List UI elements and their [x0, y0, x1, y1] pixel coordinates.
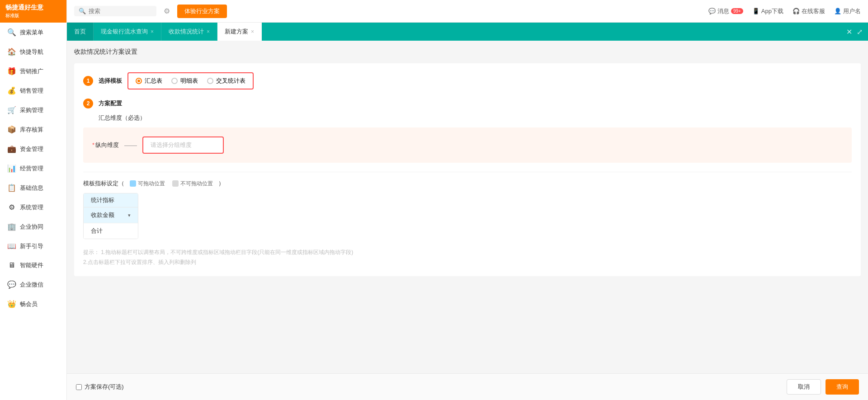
radio-detail[interactable]: 明细表 — [171, 77, 198, 85]
sidebar-item-label: 销售管理 — [20, 87, 43, 95]
query-button[interactable]: 查询 — [826, 379, 859, 395]
drag-dot-gray — [172, 180, 179, 187]
sidebar-item-member[interactable]: 👑 畅会员 — [0, 294, 66, 314]
settings-section: 1 选择模板 汇总表 明细表 — [74, 63, 861, 276]
metrics-close-paren: ） — [218, 179, 224, 188]
tips-area: 提示： 1.拖动标题栏可以调整布局，不可跨维度或指标区域拖动栏目字段(只能在同一… — [83, 248, 852, 267]
sidebar-item-label: 资金管理 — [20, 145, 43, 153]
online-service-button[interactable]: 🎧 在线客服 — [793, 7, 825, 15]
drag-draggable-label: 可拖动位置 — [138, 180, 165, 188]
messages-badge: 99+ — [731, 8, 743, 14]
step2-row: 2 方案配置 — [83, 99, 852, 108]
download-icon: 📱 — [752, 8, 760, 14]
sidebar-item-label: 快捷导航 — [20, 48, 43, 56]
user-profile[interactable]: 👤 用户名 — [834, 7, 861, 15]
divider — [83, 172, 852, 172]
sidebar-item-label: 采购管理 — [20, 106, 43, 114]
drag-dot-blue — [130, 180, 136, 187]
sidebar-item-label: 企业协同 — [20, 223, 43, 231]
message-icon: 💬 — [708, 8, 716, 14]
config-section: 汇总维度（必选） 纵向维度 —— 请选择分组维度 模板指标设定（ — [83, 114, 852, 267]
metrics-cell-label: 收款金额 — [91, 211, 114, 219]
dropdown-icon[interactable]: ▾ — [128, 212, 131, 218]
close-all-icon[interactable]: ✕ — [846, 28, 852, 36]
sidebar-item-guide[interactable]: 📖 新手引导 — [0, 236, 66, 256]
dimension-row: 纵向维度 —— 请选择分组维度 — [92, 136, 843, 154]
sidebar-item-search[interactable]: 🔍 搜索菜单 — [0, 23, 66, 42]
expand-icon[interactable]: ⤢ — [857, 28, 863, 36]
gear-icon: ⚙ — [7, 203, 16, 212]
topbar-right: 💬 消息 99+ 📱 App下载 🎧 在线客服 👤 用户名 — [708, 7, 861, 15]
tab-new-plan-close[interactable]: × — [251, 28, 254, 35]
cancel-button[interactable]: 取消 — [787, 379, 821, 395]
tab-bank[interactable]: 现金银行流水查询 × — [94, 23, 161, 41]
save-checkbox[interactable] — [76, 384, 82, 390]
tab-collect-stat-close[interactable]: × — [207, 28, 210, 35]
sidebar-item-marketing[interactable]: 🎁 营销推广 — [0, 61, 66, 81]
metrics-subrow-total: 合计 — [84, 223, 138, 239]
sidebar-item-collab[interactable]: 🏢 企业协同 — [0, 217, 66, 236]
dimension-title: 汇总维度（必选） — [99, 114, 852, 122]
metrics-table-area: 统计指标 收款金额 ▾ 合计 — [83, 193, 852, 240]
radio-cross-circle — [207, 78, 213, 84]
sidebar-item-label: 营销推广 — [20, 67, 43, 75]
radio-summary[interactable]: 汇总表 — [136, 77, 162, 85]
tab-home-label: 首页 — [74, 28, 86, 36]
tab-bank-close[interactable]: × — [151, 28, 154, 35]
step2-number: 2 — [83, 99, 93, 108]
sidebar-item-sales[interactable]: 💰 销售管理 — [0, 81, 66, 100]
settings-icon[interactable]: ⚙ — [164, 7, 170, 15]
sidebar-item-label: 智能硬件 — [20, 261, 43, 269]
app-download-button[interactable]: 📱 App下载 — [752, 7, 783, 15]
sidebar-logo: 畅捷通好生意 标准版 — [0, 0, 66, 23]
gift-icon: 🎁 — [7, 67, 16, 75]
service-icon: 🎧 — [793, 8, 800, 14]
sidebar-item-purchase[interactable]: 🛒 采购管理 — [0, 100, 66, 120]
tip-1: 提示： 1.拖动标题栏可以调整布局，不可跨维度或指标区域拖动栏目字段(只能在同一… — [83, 248, 852, 258]
sidebar-item-inventory[interactable]: 📦 库存核算 — [0, 120, 66, 139]
step1-row: 1 选择模板 汇总表 明细表 — [83, 72, 852, 89]
briefcase-icon: 💼 — [7, 145, 16, 153]
tabs-actions: ✕ ⤢ — [846, 23, 868, 41]
sidebar-item-system[interactable]: ⚙ 系统管理 — [0, 198, 66, 217]
save-checkbox-label[interactable]: 方案保存(可选) — [76, 383, 124, 391]
sidebar-item-label: 新手引导 — [20, 242, 43, 250]
book-icon: 📖 — [7, 242, 16, 250]
save-label: 方案保存(可选) — [85, 383, 124, 391]
tab-home[interactable]: 首页 — [67, 23, 94, 41]
crown-icon: 👑 — [7, 300, 16, 308]
messages-button[interactable]: 💬 消息 99+ — [708, 7, 743, 15]
radio-detail-circle — [171, 78, 178, 84]
tab-new-plan[interactable]: 新建方案 × — [217, 23, 262, 41]
search-box[interactable]: 🔍 — [74, 6, 156, 16]
sidebar-item-operations[interactable]: 📊 经营管理 — [0, 159, 66, 178]
cart-icon: 🛒 — [7, 106, 16, 114]
sidebar-item-basics[interactable]: 📋 基础信息 — [0, 178, 66, 198]
step1-number: 1 — [83, 76, 93, 86]
sidebar-item-hardware[interactable]: 🖥 智能硬件 — [0, 256, 66, 275]
main-area: 🔍 ⚙ 体验行业方案 💬 消息 99+ 📱 App下载 🎧 在线客服 👤 用户名 — [67, 0, 868, 400]
footer: 方案保存(可选) 取消 查询 — [67, 373, 868, 400]
dimension-selector[interactable]: 请选择分组维度 — [142, 136, 224, 154]
content-area: 收款情况统计方案设置 1 选择模板 汇总表 — [67, 41, 868, 373]
sidebar-item-label: 畅会员 — [20, 300, 38, 308]
sidebar-item-nav[interactable]: 🏠 快捷导航 — [0, 42, 66, 61]
sidebar-item-finance[interactable]: 💼 资金管理 — [0, 139, 66, 159]
drag-legend: 可拖动位置 不可拖动位置 — [130, 180, 213, 188]
money-icon: 💰 — [7, 86, 16, 95]
tab-collect-stat[interactable]: 收款情况统计 × — [161, 23, 217, 41]
drag-legend-fixed: 不可拖动位置 — [172, 180, 213, 188]
sidebar-item-wechat[interactable]: 💬 企业微信 — [0, 275, 66, 294]
industry-plan-button[interactable]: 体验行业方案 — [177, 5, 227, 18]
tab-bank-label: 现金银行流水查询 — [101, 28, 148, 36]
metrics-cell-amount[interactable]: 收款金额 ▾ — [84, 207, 138, 223]
vertical-label: 纵向维度 — [92, 141, 119, 149]
home-icon: 🏠 — [7, 47, 16, 56]
radio-cross[interactable]: 交叉统计表 — [207, 77, 245, 85]
radio-summary-circle — [136, 78, 142, 84]
monitor-icon: 🖥 — [7, 261, 16, 269]
arrow-icon: —— — [124, 141, 137, 149]
tip-2: 2.点击标题栏下拉可设置排序、插入列和删除列 — [83, 258, 852, 268]
radio-cross-label: 交叉统计表 — [216, 77, 245, 85]
search-input[interactable] — [89, 8, 152, 14]
